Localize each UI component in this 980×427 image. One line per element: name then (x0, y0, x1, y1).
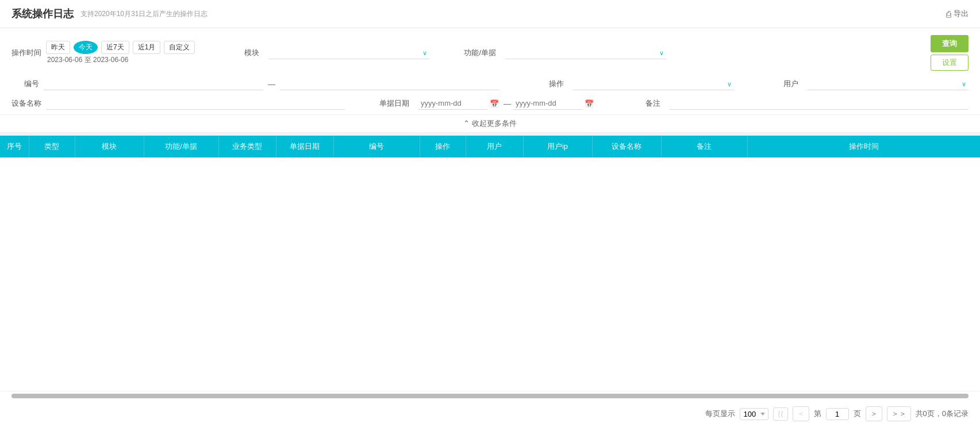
prev-page-button[interactable]: ＜ (793, 406, 809, 421)
col-seq: 序号 (0, 136, 29, 157)
empty-area (0, 157, 980, 359)
operation-label: 操作 (534, 79, 568, 89)
filter-row-3: 设备名称 单据日期 📅 — 📅 备注 (0, 95, 980, 114)
function-select[interactable] (505, 47, 666, 59)
col-business-type: 业务类型 (218, 136, 276, 157)
page-subtitle: 支持2020年10月31日之后产生的操作日志 (80, 9, 207, 19)
data-table: 序号 类型 模块 功能/单据 业务类型 单据日期 编号 操作 用户 用户ip 设… (0, 136, 980, 157)
module-select[interactable] (268, 47, 429, 59)
collapse-icon: ⌃ (463, 119, 472, 128)
col-remark: 备注 (661, 136, 747, 157)
date-to-input[interactable] (513, 97, 582, 110)
col-function: 功能/单据 (144, 136, 218, 157)
remark-input[interactable] (670, 97, 969, 110)
col-user: 用户 (466, 136, 523, 157)
collapse-bar: ⌃ 收起更多条件 (0, 114, 980, 132)
table-container: 序号 类型 模块 功能/单据 业务类型 单据日期 编号 操作 用户 用户ip 设… (0, 136, 980, 391)
time-btn-today[interactable]: 今天 (74, 41, 98, 54)
col-number: 编号 (333, 136, 420, 157)
collapse-button[interactable]: ⌃ 收起更多条件 (463, 118, 517, 129)
operation-select[interactable] (573, 78, 734, 90)
filter-area: 操作时间 昨天 今天 近7天 近1月 自定义 2023-06-06 至 2023… (0, 28, 980, 133)
function-label: 功能/单据 (464, 48, 501, 58)
first-page-button[interactable]: ⟨⟨ (773, 407, 788, 421)
time-btn-7days[interactable]: 近7天 (101, 41, 129, 54)
number-label: 编号 (11, 79, 44, 89)
time-label: 操作时间 (11, 48, 46, 58)
number-dash: — (268, 80, 275, 89)
action-buttons: 查询 设置 (931, 35, 969, 71)
date-from-input[interactable] (418, 97, 487, 110)
time-btn-yesterday[interactable]: 昨天 (46, 41, 70, 54)
page-total: 共0页，0条记录 (916, 409, 969, 419)
scrollbar-thumb[interactable] (11, 394, 969, 398)
page-number-input[interactable] (826, 408, 849, 420)
device-label: 设备名称 (11, 98, 46, 109)
page-size-select[interactable]: 50 100 200 (740, 408, 768, 420)
device-input[interactable] (46, 97, 345, 110)
pagination: 每页显示 50 100 200 ⟨⟨ ＜ 第 页 ＞ ＞＞ 共0页，0条记录 (0, 401, 980, 427)
col-operation: 操作 (420, 136, 466, 157)
page-label: 第 (814, 409, 821, 419)
last-page-button[interactable]: ＞＞ (887, 406, 911, 421)
voucher-date-label: 单据日期 (379, 98, 414, 109)
date-range-display: 2023-06-06 至 2023-06-06 (46, 55, 195, 65)
col-module: 模块 (75, 136, 144, 157)
export-button[interactable]: ⎙ 导出 (946, 9, 969, 19)
page-title: 系统操作日志 (11, 7, 74, 21)
calendar-icon-from[interactable]: 📅 (490, 99, 499, 108)
user-label: 用户 (768, 79, 803, 89)
page-header: 系统操作日志 支持2020年10月31日之后产生的操作日志 ⎙ 导出 (0, 0, 980, 28)
table-header-row: 序号 类型 模块 功能/单据 业务类型 单据日期 编号 操作 用户 用户ip 设… (0, 136, 980, 157)
date-dash: — (504, 99, 511, 108)
filter-row-2: 编号 — 操作 ∨ 用户 ∨ (0, 75, 980, 95)
time-btn-1month[interactable]: 近1月 (133, 41, 161, 54)
scrollbar-track (11, 394, 969, 398)
collapse-label: 收起更多条件 (472, 119, 517, 128)
col-user-ip: 用户ip (523, 136, 592, 157)
user-select[interactable] (808, 78, 969, 90)
next-page-button[interactable]: ＞ (866, 406, 882, 421)
scrollbar-area (0, 391, 980, 401)
remark-label: 备注 (631, 98, 665, 109)
col-op-time: 操作时间 (747, 136, 980, 157)
number-input-to[interactable] (280, 78, 499, 90)
calendar-icon-to[interactable]: 📅 (585, 99, 594, 108)
col-voucher-date: 单据日期 (276, 136, 333, 157)
query-button[interactable]: 查询 (931, 35, 969, 52)
page-unit: 页 (854, 409, 861, 419)
export-label: 导出 (954, 9, 969, 19)
page-size-label: 每页显示 (705, 409, 735, 419)
settings-button[interactable]: 设置 (931, 55, 969, 71)
export-icon: ⎙ (946, 9, 951, 19)
time-btn-custom[interactable]: 自定义 (164, 41, 195, 54)
module-label: 模块 (229, 48, 264, 58)
number-input-from[interactable] (44, 78, 263, 90)
col-type: 类型 (29, 136, 75, 157)
col-device: 设备名称 (592, 136, 661, 157)
page-container: 系统操作日志 支持2020年10月31日之后产生的操作日志 ⎙ 导出 操作时间 … (0, 0, 980, 427)
filter-row-1: 操作时间 昨天 今天 近7天 近1月 自定义 2023-06-06 至 2023… (0, 28, 980, 75)
